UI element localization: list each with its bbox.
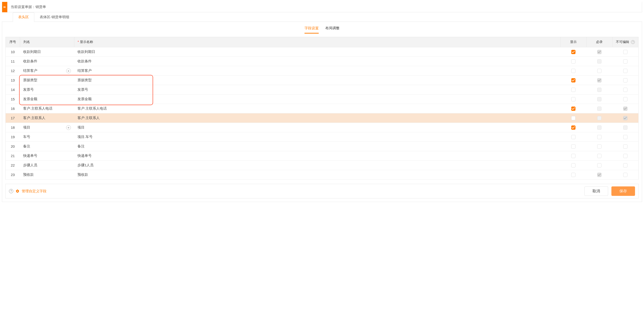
show-checkbox[interactable] xyxy=(571,144,576,148)
cell-display[interactable]: 票据类型 xyxy=(74,76,560,85)
chevron-right-double-icon xyxy=(3,6,6,8)
show-checkbox[interactable] xyxy=(571,135,576,139)
cell-name: 客户.主联系人 xyxy=(20,114,74,123)
cell-required xyxy=(586,170,612,180)
cell-readonly xyxy=(612,76,638,85)
show-checkbox[interactable] xyxy=(571,154,576,158)
show-checkbox[interactable] xyxy=(571,69,576,73)
cell-name: 客户.主联系人电话 xyxy=(20,104,74,114)
fields-table-wrap: 序号 列名 *显示名称 显示 必录 不可编辑 ? 10收款到期日收款到期日11收… xyxy=(6,37,638,180)
required-checkbox[interactable] xyxy=(597,144,602,148)
column-name-text: 备注 xyxy=(23,144,30,148)
readonly-checkbox[interactable] xyxy=(623,163,628,168)
table-row: 10收款到期日收款到期日 xyxy=(6,47,638,57)
readonly-checkbox xyxy=(623,116,628,120)
show-checkbox[interactable] xyxy=(571,163,576,168)
cell-readonly xyxy=(612,151,638,161)
expand-plus-icon[interactable]: + xyxy=(66,68,71,73)
show-checkbox[interactable] xyxy=(571,50,576,54)
help-icon[interactable]: ? xyxy=(631,40,635,44)
sub-tab[interactable]: 字段设置 xyxy=(304,26,319,34)
readonly-checkbox[interactable] xyxy=(623,50,628,54)
cell-seq: 19 xyxy=(6,132,20,142)
show-checkbox[interactable] xyxy=(571,106,576,111)
show-checkbox[interactable] xyxy=(571,116,576,120)
required-checkbox xyxy=(597,78,602,82)
expand-sidebar-button[interactable] xyxy=(2,2,7,12)
cell-readonly xyxy=(612,114,638,123)
cell-display[interactable]: 客户.主联系人电话 xyxy=(74,104,560,114)
column-name-text: 快递单号 xyxy=(23,154,37,158)
cancel-button[interactable]: 取消 xyxy=(584,186,608,196)
column-name-text: 步骤人员 xyxy=(23,163,37,167)
required-checkbox[interactable] xyxy=(597,69,602,73)
cell-readonly xyxy=(612,123,638,132)
cell-readonly xyxy=(612,57,638,66)
cell-display[interactable]: 项目 xyxy=(74,123,560,132)
readonly-checkbox[interactable] xyxy=(623,59,628,64)
cell-display[interactable]: 项目.车号 xyxy=(74,132,560,142)
show-checkbox[interactable] xyxy=(571,97,576,101)
readonly-checkbox[interactable] xyxy=(623,78,628,82)
cell-display[interactable]: 发票金额 xyxy=(74,94,560,104)
readonly-checkbox[interactable] xyxy=(623,144,628,148)
column-name-text: 发票号 xyxy=(23,88,34,92)
cell-seq: 17 xyxy=(6,114,20,123)
cell-display[interactable]: 快递单号 xyxy=(74,151,560,161)
cell-show xyxy=(560,151,586,161)
cell-readonly xyxy=(612,104,638,114)
readonly-checkbox[interactable] xyxy=(623,135,628,139)
manage-custom-fields-link[interactable]: 管理自定义字段 xyxy=(22,189,46,194)
help-icon[interactable]: ? xyxy=(9,189,13,193)
cell-seq: 22 xyxy=(6,161,20,170)
cell-readonly xyxy=(612,161,638,170)
cell-required xyxy=(586,94,612,104)
readonly-checkbox xyxy=(623,106,628,111)
cell-readonly xyxy=(612,85,638,94)
required-asterisk-icon: * xyxy=(78,40,79,44)
table-row: 22步骤人员步骤1人员 xyxy=(6,161,638,170)
cell-name: 项目+ xyxy=(20,123,74,132)
column-name-text: 收款到期日 xyxy=(23,50,41,54)
cell-display[interactable]: 步骤1人员 xyxy=(74,161,560,170)
show-checkbox[interactable] xyxy=(571,88,576,92)
required-checkbox xyxy=(597,116,602,120)
readonly-checkbox[interactable] xyxy=(623,88,628,92)
main-tab[interactable]: 表头区 xyxy=(13,12,34,22)
column-name-text: 预收款 xyxy=(23,172,34,176)
readonly-checkbox[interactable] xyxy=(623,173,628,177)
show-checkbox[interactable] xyxy=(571,78,576,82)
main-tab[interactable]: 表体区-销货单明细 xyxy=(34,12,75,22)
cell-show xyxy=(560,66,586,76)
cell-display[interactable]: 客户.主联系人 xyxy=(74,114,560,123)
show-checkbox[interactable] xyxy=(571,126,576,130)
show-checkbox[interactable] xyxy=(571,59,576,64)
save-button[interactable]: 保存 xyxy=(612,186,635,196)
column-name-text: 客户.主联系人电话 xyxy=(23,106,52,110)
cell-seq: 16 xyxy=(6,104,20,114)
main-tabs: 表头区表体区-销货单明细 xyxy=(13,12,642,22)
required-checkbox[interactable] xyxy=(597,163,602,168)
sub-tab[interactable]: 布局调整 xyxy=(325,26,340,34)
readonly-checkbox[interactable] xyxy=(623,97,628,101)
readonly-checkbox[interactable] xyxy=(623,154,628,158)
column-name-text: 客户.主联系人 xyxy=(23,116,45,120)
show-checkbox[interactable] xyxy=(571,173,576,177)
cell-name: 发票号 xyxy=(20,85,74,94)
cell-name: 收款到期日 xyxy=(20,47,74,57)
required-checkbox[interactable] xyxy=(597,135,602,139)
cell-display[interactable]: 预收款 xyxy=(74,170,560,180)
required-checkbox[interactable] xyxy=(597,154,602,158)
column-name-text: 结算客户 xyxy=(23,68,37,72)
cell-display[interactable]: 收款条件 xyxy=(74,57,560,66)
cell-display[interactable]: 结算客户 xyxy=(74,66,560,76)
readonly-checkbox[interactable] xyxy=(623,69,628,73)
expand-plus-icon[interactable]: + xyxy=(66,125,71,130)
cell-seq: 11 xyxy=(6,57,20,66)
cell-display[interactable]: 发票号 xyxy=(74,85,560,94)
cell-required xyxy=(586,47,612,57)
cell-display[interactable]: 收款到期日 xyxy=(74,47,560,57)
cell-readonly xyxy=(612,66,638,76)
table-row: 17客户.主联系人客户.主联系人 xyxy=(6,114,638,123)
cell-display[interactable]: 备注 xyxy=(74,142,560,151)
